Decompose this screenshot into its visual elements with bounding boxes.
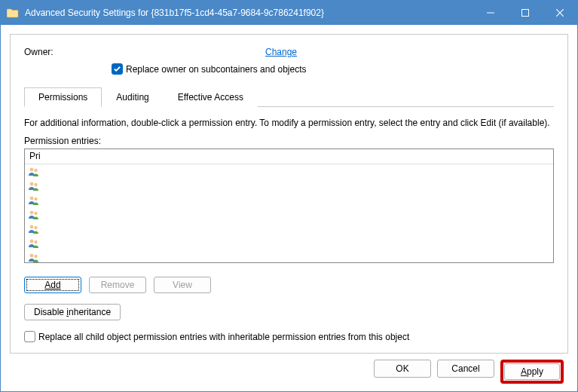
svg-point-11	[30, 239, 34, 243]
add-button[interactable]: Add	[24, 277, 81, 293]
cancel-button[interactable]: Cancel	[437, 360, 494, 378]
svg-point-5	[30, 196, 34, 200]
tabs: Permissions Auditing Effective Access	[24, 87, 554, 107]
close-button[interactable]	[543, 1, 577, 25]
users-icon	[28, 194, 40, 207]
svg-point-3	[30, 182, 34, 185]
owner-label: Owner:	[24, 47, 265, 57]
users-icon	[28, 223, 40, 235]
svg-point-9	[30, 225, 34, 228]
table-row[interactable]	[25, 207, 553, 222]
view-button: View	[154, 277, 211, 293]
svg-point-6	[34, 197, 37, 200]
permission-buttons-row: Add Remove View	[24, 277, 554, 293]
permission-rows[interactable]	[25, 164, 553, 262]
users-icon	[28, 166, 40, 178]
replace-owner-checkbox[interactable]	[112, 63, 123, 75]
minimize-button[interactable]	[473, 1, 508, 25]
permission-entries-list[interactable]: Pri	[24, 149, 554, 263]
titlebar: Advanced Security Settings for {831b17f5…	[1, 1, 577, 25]
svg-point-12	[34, 240, 37, 243]
apply-highlight: Apply	[500, 360, 564, 384]
table-row[interactable]	[25, 250, 553, 262]
replace-owner-label: Replace owner on subcontainers and objec…	[126, 64, 306, 75]
disable-inheritance-row: Disable inheritance	[24, 304, 554, 320]
table-row[interactable]	[25, 193, 553, 207]
owner-row: Owner: Change	[24, 47, 554, 57]
users-icon	[28, 180, 40, 192]
content-outer: Owner: Change Replace owner on subcontai…	[1, 25, 577, 391]
replace-child-label: Replace all child object permission entr…	[38, 332, 409, 342]
permission-entries-label: Permission entries:	[24, 136, 554, 146]
table-row[interactable]	[25, 164, 553, 179]
window-title: Advanced Security Settings for {831b17f5…	[25, 8, 473, 18]
dialog-footer-buttons: OK Cancel Apply	[10, 354, 568, 384]
folder-icon	[7, 7, 19, 19]
svg-point-8	[34, 211, 37, 214]
svg-rect-0	[522, 10, 529, 17]
tab-auditing[interactable]: Auditing	[102, 87, 163, 107]
svg-point-4	[34, 182, 37, 185]
ok-button[interactable]: OK	[374, 360, 431, 378]
replace-child-checkbox[interactable]	[24, 331, 35, 342]
table-row[interactable]	[25, 236, 553, 250]
permission-column-header[interactable]: Pri	[25, 149, 553, 164]
maximize-button[interactable]	[508, 1, 543, 25]
svg-point-13	[30, 253, 34, 257]
users-icon	[28, 252, 40, 263]
svg-point-14	[34, 254, 37, 257]
disable-inheritance-button[interactable]: Disable inheritance	[24, 304, 121, 320]
tab-permissions[interactable]: Permissions	[24, 87, 102, 107]
content-panel: Owner: Change Replace owner on subcontai…	[10, 34, 568, 354]
tab-effective-access[interactable]: Effective Access	[164, 87, 258, 107]
remove-button: Remove	[89, 277, 146, 293]
users-icon	[28, 209, 40, 221]
change-owner-link[interactable]: Change	[265, 47, 297, 57]
table-row[interactable]	[25, 179, 553, 193]
apply-button[interactable]: Apply	[504, 363, 560, 380]
info-text: For additional information, double-click…	[24, 118, 554, 128]
replace-child-row: Replace all child object permission entr…	[24, 331, 554, 342]
svg-point-7	[30, 210, 34, 214]
replace-owner-row: Replace owner on subcontainers and objec…	[112, 63, 554, 75]
window-controls	[473, 1, 577, 25]
table-row[interactable]	[25, 222, 553, 236]
users-icon	[28, 237, 40, 250]
advanced-security-window: Advanced Security Settings for {831b17f5…	[0, 0, 578, 392]
svg-point-1	[30, 167, 34, 171]
svg-point-10	[34, 225, 37, 228]
svg-point-2	[34, 168, 37, 171]
